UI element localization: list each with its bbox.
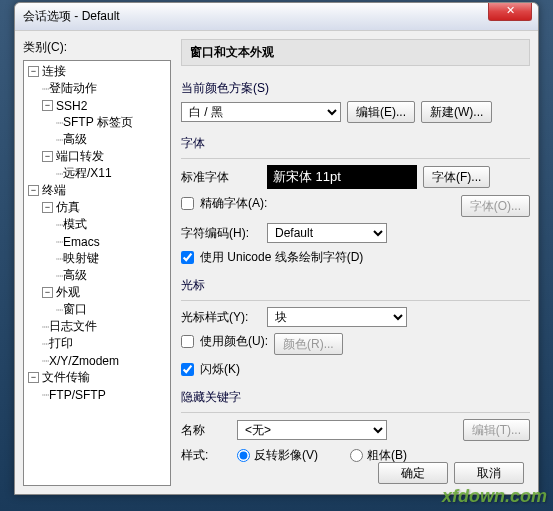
ok-button[interactable]: 确定 bbox=[378, 462, 448, 484]
blink-checkbox[interactable] bbox=[181, 363, 194, 376]
tree-emacs[interactable]: ┈Emacs bbox=[26, 233, 168, 250]
bold-radio[interactable] bbox=[350, 449, 363, 462]
use-color-checkbox[interactable] bbox=[181, 335, 194, 348]
collapse-icon[interactable]: − bbox=[42, 287, 53, 298]
reverse-radio[interactable] bbox=[237, 449, 250, 462]
collapse-icon[interactable]: − bbox=[42, 151, 53, 162]
collapse-icon[interactable]: − bbox=[42, 202, 53, 213]
font-display: 新宋体 11pt bbox=[267, 165, 417, 189]
window-title: 会话选项 - Default bbox=[23, 8, 120, 25]
tree-sftp-tab[interactable]: ┈SFTP 标签页 bbox=[26, 114, 168, 131]
category-label: 类别(C): bbox=[23, 39, 171, 56]
collapse-icon[interactable]: − bbox=[28, 66, 39, 77]
collapse-icon[interactable]: − bbox=[28, 185, 39, 196]
tree-emulation[interactable]: −仿真 bbox=[26, 199, 168, 216]
tree-login[interactable]: ┈登陆动作 bbox=[26, 80, 168, 97]
unicode-line-label: 使用 Unicode 线条绘制字符(D) bbox=[200, 249, 363, 266]
color-button: 颜色(R)... bbox=[274, 333, 343, 355]
font-group-label: 字体 bbox=[181, 135, 530, 152]
cursor-style-label: 光标样式(Y): bbox=[181, 309, 261, 326]
tree-mode[interactable]: ┈模式 bbox=[26, 216, 168, 233]
panel-title: 窗口和文本外观 bbox=[181, 39, 530, 66]
cursor-group-label: 光标 bbox=[181, 277, 530, 294]
precise-font-label: 精确字体(A): bbox=[200, 195, 267, 212]
dialog-footer: 确定 取消 bbox=[378, 462, 524, 484]
category-tree[interactable]: −连接 ┈登陆动作 −SSH2 ┈SFTP 标签页 ┈高级 −端口转发 ┈远程/… bbox=[23, 60, 171, 486]
blink-label: 闪烁(K) bbox=[200, 361, 240, 378]
collapse-icon[interactable]: − bbox=[28, 372, 39, 383]
content-area: 类别(C): −连接 ┈登陆动作 −SSH2 ┈SFTP 标签页 ┈高级 −端口… bbox=[15, 31, 538, 494]
close-button[interactable]: ✕ bbox=[488, 3, 532, 21]
tree-appearance[interactable]: −外观 bbox=[26, 284, 168, 301]
tree-port-fwd[interactable]: −端口转发 bbox=[26, 148, 168, 165]
kw-name-select[interactable]: <无> bbox=[237, 420, 387, 440]
font-button-2: 字体(O)... bbox=[461, 195, 530, 217]
left-pane: 类别(C): −连接 ┈登陆动作 −SSH2 ┈SFTP 标签页 ┈高级 −端口… bbox=[23, 39, 171, 486]
right-pane: 窗口和文本外观 当前颜色方案(S) 白 / 黑 编辑(E)... 新建(W)..… bbox=[171, 39, 530, 486]
tree-map-keys[interactable]: ┈映射键 bbox=[26, 250, 168, 267]
tree-logfile[interactable]: ┈日志文件 bbox=[26, 318, 168, 335]
charset-label: 字符编码(H): bbox=[181, 225, 261, 242]
reverse-radio-label: 反转影像(V) bbox=[254, 447, 318, 464]
tree-xyzm[interactable]: ┈X/Y/Zmodem bbox=[26, 352, 168, 369]
cancel-button[interactable]: 取消 bbox=[454, 462, 524, 484]
cursor-style-select[interactable]: 块 bbox=[267, 307, 407, 327]
dialog-window: 会话选项 - Default ✕ 类别(C): −连接 ┈登陆动作 −SSH2 … bbox=[14, 2, 539, 495]
tree-remote-x11[interactable]: ┈远程/X11 bbox=[26, 165, 168, 182]
tree-ssh2[interactable]: −SSH2 bbox=[26, 97, 168, 114]
tree-file-transfer[interactable]: −文件传输 bbox=[26, 369, 168, 386]
scheme-label: 当前颜色方案(S) bbox=[181, 80, 530, 97]
font-button[interactable]: 字体(F)... bbox=[423, 166, 490, 188]
divider bbox=[181, 300, 530, 301]
precise-font-checkbox[interactable] bbox=[181, 197, 194, 210]
new-scheme-button[interactable]: 新建(W)... bbox=[421, 101, 492, 123]
tree-print[interactable]: ┈打印 bbox=[26, 335, 168, 352]
unicode-line-checkbox[interactable] bbox=[181, 251, 194, 264]
collapse-icon[interactable]: − bbox=[42, 100, 53, 111]
divider bbox=[181, 412, 530, 413]
titlebar[interactable]: 会话选项 - Default ✕ bbox=[15, 3, 538, 31]
hide-kw-group-label: 隐藏关键字 bbox=[181, 389, 530, 406]
charset-select[interactable]: Default bbox=[267, 223, 387, 243]
tree-window[interactable]: ┈窗口 bbox=[26, 301, 168, 318]
kw-name-label: 名称 bbox=[181, 422, 231, 439]
std-font-label: 标准字体 bbox=[181, 169, 261, 186]
kw-style-label: 样式: bbox=[181, 447, 231, 464]
divider bbox=[181, 158, 530, 159]
tree-terminal[interactable]: −终端 bbox=[26, 182, 168, 199]
edit-kw-button: 编辑(T)... bbox=[463, 419, 530, 441]
tree-connection[interactable]: −连接 bbox=[26, 63, 168, 80]
edit-scheme-button[interactable]: 编辑(E)... bbox=[347, 101, 415, 123]
tree-advanced1[interactable]: ┈高级 bbox=[26, 131, 168, 148]
tree-ftp-sftp[interactable]: ┈FTP/SFTP bbox=[26, 386, 168, 403]
scheme-select[interactable]: 白 / 黑 bbox=[181, 102, 341, 122]
tree-advanced2[interactable]: ┈高级 bbox=[26, 267, 168, 284]
use-color-label: 使用颜色(U): bbox=[200, 333, 268, 350]
